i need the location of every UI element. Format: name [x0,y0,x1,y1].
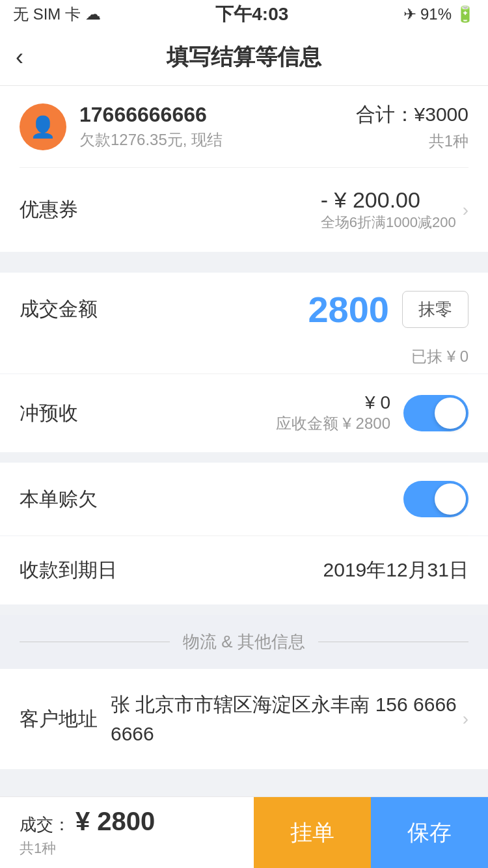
deal-label: 成交金额 [20,296,98,323]
battery-icon: 🔋 [455,5,475,23]
gray-separator2 [0,452,488,463]
gray-separator [0,262,488,273]
prepay-right: ¥ 0 应收金额 ¥ 2800 [276,392,468,434]
address-label: 客户地址 [20,706,98,733]
status-left: 无 SIM 卡 ☁ [13,4,101,25]
coupon-desc: 全场6折满1000减200 [321,213,456,232]
status-time: 下午4:03 [215,2,288,27]
coupon-amount: - ¥ 200.00 [321,187,456,213]
sim-status: 无 SIM 卡 ☁ [13,4,101,25]
prepay-toggle[interactable] [403,395,468,431]
total-count: 共1种 [356,131,468,152]
status-bar: 无 SIM 卡 ☁ 下午4:03 ✈ 91% 🔋 [0,0,488,29]
address-section: 客户地址 张 北京市市辖区海淀区永丰南 156 6666 6666 › [0,669,488,769]
due-date-value: 2019年12月31日 [323,557,468,584]
prepay-sub: 应收金额 ¥ 2800 [276,413,390,434]
deal-row: 成交金额 2800 抹零 [20,273,468,346]
prepay-value: ¥ 0 [276,392,390,413]
debt-row: 本单赊欠 [0,463,488,536]
customer-total: 合计：¥3000 共1种 [356,102,468,152]
debt-label: 本单赊欠 [20,486,98,513]
address-value: 张 北京市市辖区海淀区永丰南 156 6666 6666 [111,690,463,748]
round-zero-button[interactable]: 抹零 [402,291,468,328]
deal-right: 2800 抹零 [308,291,468,328]
coupon-label: 优惠券 [20,197,78,223]
bottom-total-top: 成交： ¥ 2800 [20,807,234,836]
coupon-right: - ¥ 200.00 全场6折满1000减200 › [321,187,468,232]
debt-toggle[interactable] [403,481,468,517]
battery-status: 91% [420,5,452,23]
customer-section: 👤 17666666666 欠款1276.35元, 现结 合计：¥3000 共1… [0,86,488,252]
back-button[interactable]: ‹ [16,44,23,71]
prepay-label: 冲预收 [20,400,78,427]
avatar: 👤 [20,103,66,150]
due-date-row: 收款到期日 2019年12月31日 [0,536,488,604]
prepay-row: 冲预收 ¥ 0 应收金额 ¥ 2800 [0,374,488,452]
deal-section: 成交金额 2800 抹零 已抹 ¥ 0 [0,273,488,373]
address-chevron-icon: › [463,709,468,729]
bottom-total-count: 共1种 [20,839,234,858]
customer-info: 17666666666 欠款1276.35元, 现结 [79,103,356,150]
deal-sub: 已抹 ¥ 0 [20,346,468,373]
bottom-total: 成交： ¥ 2800 共1种 [0,807,254,858]
hang-order-button[interactable]: 挂单 [254,797,371,869]
page-title: 填写结算等信息 [167,42,321,72]
status-right: ✈ 91% 🔋 [403,5,475,23]
due-date-label: 收款到期日 [20,557,117,584]
logistics-divider: 物流 & 其他信息 [0,615,488,669]
coupon-chevron-icon: › [463,200,468,221]
bottom-total-label: 成交： [20,813,70,836]
customer-phone: 17666666666 [79,103,356,127]
deal-amount: 2800 [308,292,389,328]
logistics-divider-text: 物流 & 其他信息 [183,631,305,653]
bottom-total-amount: ¥ 2800 [75,807,155,836]
customer-row: 👤 17666666666 欠款1276.35元, 现结 合计：¥3000 共1… [0,86,488,167]
navigation-icon: ✈ [403,5,416,23]
main-content: 👤 17666666666 欠款1276.35元, 现结 合计：¥3000 共1… [0,86,488,868]
total-amount: 合计：¥3000 [356,102,468,128]
avatar-icon: 👤 [30,115,56,139]
customer-sub: 欠款1276.35元, 现结 [79,129,356,150]
nav-bar: ‹ 填写结算等信息 [0,29,488,86]
address-row[interactable]: 客户地址 张 北京市市辖区海淀区永丰南 156 6666 6666 › [0,669,488,769]
bottom-bar: 成交： ¥ 2800 共1种 挂单 保存 [0,796,488,868]
coupon-row[interactable]: 优惠券 - ¥ 200.00 全场6折满1000减200 › [0,168,488,252]
gray-separator3 [0,604,488,615]
save-button[interactable]: 保存 [371,797,488,869]
